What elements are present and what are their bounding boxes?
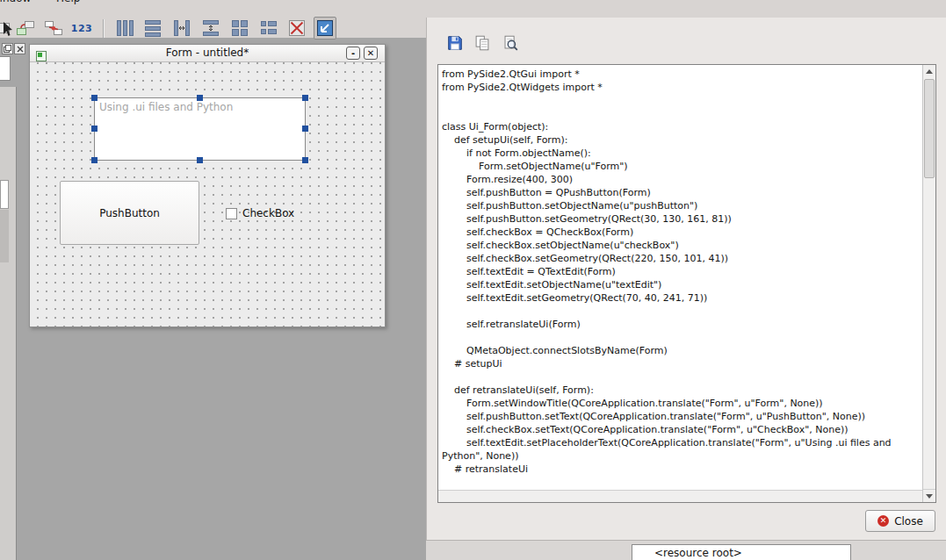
selection-handle-top-left[interactable] — [91, 95, 97, 101]
edit-tab-order-icon[interactable]: 123 — [70, 17, 93, 39]
widgetbox-item[interactable] — [0, 180, 9, 209]
layout-horizontal-splitter-icon[interactable] — [170, 17, 193, 39]
layout-horizontally-icon[interactable] — [113, 17, 136, 39]
widgetbox-filter-input[interactable] — [0, 56, 11, 81]
pushbutton-widget[interactable]: PushButton — [60, 181, 199, 245]
toolbar-separator — [103, 19, 104, 38]
edit-signals-slots-icon[interactable] — [14, 17, 37, 39]
close-button[interactable]: ✕ Close — [865, 510, 935, 532]
layout-grid-icon[interactable] — [228, 17, 251, 39]
scrollbar-thumb[interactable] — [924, 79, 935, 178]
selection-handle-top-right[interactable] — [302, 95, 308, 101]
textedit-widget[interactable]: Using .ui files and Python — [94, 97, 306, 161]
dock-close-icon[interactable] — [14, 43, 25, 54]
selection-handle-middle-right[interactable] — [302, 126, 308, 132]
code-preview-panel: from PySide2.QtGui import * from PySide2… — [426, 18, 946, 540]
layout-vertically-icon[interactable] — [141, 17, 164, 39]
menu-help[interactable]: Help — [56, 0, 80, 4]
widget-box-panel — [0, 87, 17, 560]
code-view[interactable]: from PySide2.QtGui import * from PySide2… — [437, 64, 936, 503]
close-window-button[interactable]: ✕ — [364, 47, 378, 60]
form-window-title: Form - untitled* — [30, 47, 385, 59]
save-icon[interactable] — [444, 32, 466, 54]
selection-handle-middle-left[interactable] — [91, 126, 97, 132]
generated-code-text[interactable]: from PySide2.QtGui import * from PySide2… — [438, 65, 922, 490]
close-circle-icon: ✕ — [877, 515, 889, 527]
close-button-label: Close — [894, 515, 923, 528]
menu-bar: Window Help — [0, 0, 946, 6]
checkbox-indicator[interactable] — [226, 208, 237, 219]
minimize-button[interactable]: - — [346, 47, 360, 60]
find-icon[interactable] — [500, 32, 521, 54]
form-window-titlebar[interactable]: Form - untitled* - ✕ — [30, 45, 385, 62]
selection-handle-bottom-left[interactable] — [91, 157, 97, 163]
edit-buddies-icon[interactable] — [42, 17, 65, 39]
dock-float-icon[interactable] — [2, 43, 13, 54]
menu-window[interactable]: Window — [0, 0, 31, 4]
break-layout-icon[interactable] — [285, 17, 308, 39]
form-canvas[interactable]: Using .ui files and Python PushButton Ch… — [30, 62, 385, 327]
resource-root-label: <resource root> — [654, 547, 742, 559]
horizontal-scrollbar[interactable] — [438, 490, 922, 502]
qt-designer-screen: Window Help 123 — [0, 0, 946, 560]
scroll-down-icon[interactable] — [923, 489, 935, 502]
scroll-up-icon[interactable] — [923, 65, 935, 78]
checkbox-widget[interactable]: CheckBox — [226, 206, 294, 220]
layout-vertical-splitter-icon[interactable] — [199, 17, 222, 39]
bottom-panel-strip: <resource root> — [426, 540, 946, 560]
resource-browser[interactable]: <resource root> — [632, 544, 851, 560]
tab-order-label: 123 — [71, 23, 92, 34]
selection-handle-bottom-right[interactable] — [302, 157, 308, 163]
widgetbox-scrollbar[interactable] — [0, 210, 9, 262]
layout-form-icon[interactable] — [257, 17, 280, 39]
vertical-scrollbar[interactable] — [922, 65, 935, 502]
textedit-placeholder: Using .ui files and Python — [99, 101, 233, 113]
adjust-size-icon[interactable] — [314, 17, 336, 39]
copy-icon[interactable] — [472, 32, 493, 54]
selection-handle-bottom-middle[interactable] — [197, 157, 203, 163]
selection-handle-top-middle[interactable] — [197, 95, 203, 101]
form-designer-window: Form - untitled* - ✕ Using .ui files and… — [29, 44, 386, 327]
checkbox-label: CheckBox — [242, 207, 294, 219]
